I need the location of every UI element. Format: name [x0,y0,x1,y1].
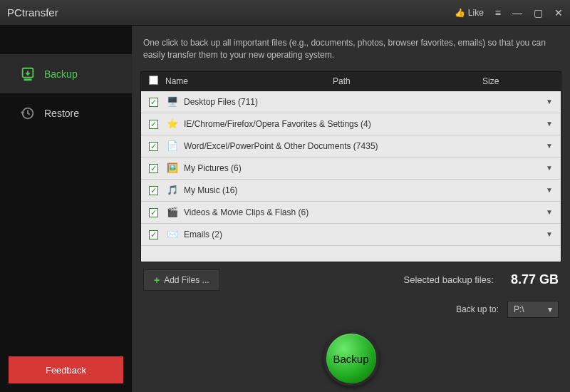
document-icon: 📄 [165,140,180,151]
table-row[interactable]: ✓ 🖼️ My Pictures (6) ▼ [141,158,561,180]
title-bar: PCtransfer 👍 Like ≡ — ▢ ✕ [0,0,570,26]
feedback-label: Feedback [46,365,86,376]
chevron-down-icon[interactable]: ▼ [542,120,556,128]
menu-icon[interactable]: ≡ [495,7,501,19]
backup-icon [20,66,36,82]
row-checkbox[interactable]: ✓ [149,142,158,151]
restore-icon [20,105,36,121]
maximize-icon[interactable]: ▢ [534,7,543,19]
thumb-up-icon: 👍 [455,8,465,18]
desktop-icon: 🖥️ [165,96,180,107]
row-label: Word/Excel/PowerPoint & Other Documents … [184,141,542,151]
chevron-down-icon[interactable]: ▼ [542,98,556,105]
chevron-down-icon[interactable]: ▼ [542,164,556,172]
description-text: One click to back up all important files… [140,33,561,71]
plus-icon: + [154,274,160,286]
column-path: Path [333,76,482,86]
add-files-label: Add Files ... [164,275,209,285]
sidebar-item-backup[interactable]: Backup [0,54,132,93]
sidebar-item-label: Restore [44,108,79,119]
backup-to-label: Back up to: [456,304,499,314]
logo-area [0,26,132,54]
chevron-down-icon[interactable]: ▼ [542,230,556,238]
chevron-down-icon[interactable]: ▼ [542,186,556,194]
below-table-bar: + Add Files ... Selected backup files: 8… [140,262,561,298]
row-checkbox[interactable]: ✓ [149,120,158,129]
table-row[interactable]: ✓ 🖥️ Desktop Files (711) ▼ [141,91,561,113]
row-checkbox[interactable]: ✓ [149,98,158,107]
chevron-down-icon[interactable]: ▼ [542,142,556,150]
row-label: My Music (16) [184,185,542,195]
pictures-icon: 🖼️ [165,163,180,173]
backup-button[interactable]: Backup [323,331,379,386]
table-row[interactable]: ✓ 🎵 My Music (16) ▼ [141,180,561,202]
row-checkbox[interactable]: ✓ [149,186,158,195]
table-body: ✓ 🖥️ Desktop Files (711) ▼ ✓ ⭐ IE/Chrome… [140,91,561,262]
feedback-button[interactable]: Feedback [9,356,123,383]
select-all-checkbox[interactable] [149,76,158,85]
sidebar: Backup Restore Feedback [0,26,132,392]
chevron-down-icon[interactable]: ▼ [542,208,556,216]
drive-value: P:\ [514,304,524,314]
table-row[interactable]: ✓ 📄 Word/Excel/PowerPoint & Other Docume… [141,135,561,158]
column-size: Size [482,76,561,86]
like-label: Like [468,8,484,18]
sidebar-item-label: Backup [44,68,78,80]
chevron-down-icon: ▾ [548,304,552,314]
table-row[interactable]: ✓ ⭐ IE/Chrome/Firefox/Opera Favorites & … [141,113,561,135]
row-checkbox[interactable]: ✓ [149,164,158,173]
music-icon: 🎵 [165,185,180,195]
email-icon: ✉️ [165,229,180,239]
backup-to-row: Back up to: P:\ ▾ [140,298,561,332]
row-label: Emails (2) [184,229,542,239]
row-label: Videos & Movie Clips & Flash (6) [184,207,542,217]
sidebar-item-restore[interactable]: Restore [0,93,132,133]
minimize-icon[interactable]: — [512,7,522,19]
row-checkbox[interactable]: ✓ [149,208,158,217]
svg-rect-1 [24,78,32,81]
table-header: Name Path Size [140,71,561,91]
add-files-button[interactable]: + Add Files ... [143,269,220,291]
row-label: IE/Chrome/Firefox/Opera Favorites & Sett… [184,119,542,129]
table-row[interactable] [141,246,561,262]
header-checkbox-cell[interactable] [141,76,165,87]
video-icon: 🎬 [165,207,180,217]
drive-select[interactable]: P:\ ▾ [507,301,559,318]
selected-size: 8.77 GB [511,272,559,287]
table-row[interactable]: ✓ ✉️ Emails (2) ▼ [141,224,561,246]
selected-label: Selected backup files: [403,274,493,285]
like-button[interactable]: 👍 Like [455,8,484,18]
row-label: Desktop Files (711) [184,97,542,107]
row-label: My Pictures (6) [184,163,542,173]
row-checkbox[interactable]: ✓ [149,230,158,239]
backup-button-label: Backup [333,353,368,365]
main-panel: One click to back up all important files… [132,26,570,392]
column-name: Name [165,76,333,86]
table-row[interactable]: ✓ 🎬 Videos & Movie Clips & Flash (6) ▼ [141,202,561,224]
close-icon[interactable]: ✕ [554,7,563,19]
star-icon: ⭐ [165,118,180,129]
app-title: PCtransfer [7,6,455,19]
